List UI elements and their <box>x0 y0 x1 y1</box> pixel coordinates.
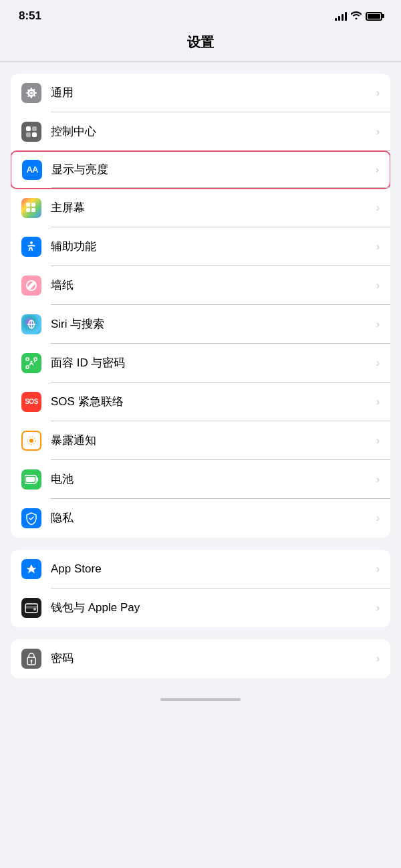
accessibility-chevron: › <box>376 241 380 253</box>
accessibility-label: 辅助功能 <box>51 239 376 254</box>
siri-chevron: › <box>376 318 380 330</box>
privacy-chevron: › <box>376 512 380 524</box>
control-center-chevron: › <box>376 126 380 138</box>
exposure-chevron: › <box>376 435 380 447</box>
sos-icon: SOS <box>21 392 41 412</box>
battery-label: 电池 <box>51 471 376 487</box>
appstore-icon <box>21 559 41 579</box>
battery-chevron: › <box>376 473 380 485</box>
faceid-label: 面容 ID 与密码 <box>51 355 376 370</box>
svg-rect-15 <box>26 366 29 368</box>
settings-section-1: 通用 › 控制中心 › AA 显示与亮度 › <box>11 74 390 538</box>
svg-rect-5 <box>26 203 30 207</box>
home-screen-label: 主屏幕 <box>51 200 376 215</box>
wifi-icon <box>351 11 362 21</box>
sos-label: SOS 紧急联络 <box>51 394 376 409</box>
exposure-label: 暴露通知 <box>51 433 376 448</box>
settings-item-privacy[interactable]: 隐私 › <box>11 499 390 538</box>
svg-rect-3 <box>26 132 31 137</box>
display-chevron: › <box>376 164 379 176</box>
privacy-icon <box>21 508 41 528</box>
settings-section-3: 密码 › <box>11 639 390 678</box>
wallet-label: 钱包与 Apple Pay <box>51 600 376 615</box>
battery-icon <box>366 12 382 21</box>
status-time: 8:51 <box>19 9 41 23</box>
passwords-label: 密码 <box>51 651 376 666</box>
siri-icon <box>21 314 41 334</box>
wallpaper-chevron: › <box>376 280 380 292</box>
svg-rect-21 <box>37 477 39 481</box>
svg-rect-1 <box>26 126 31 131</box>
svg-rect-6 <box>31 203 35 207</box>
status-icons <box>335 11 382 21</box>
settings-item-accessibility[interactable]: 辅助功能 › <box>11 227 390 266</box>
top-separator <box>0 61 401 62</box>
svg-rect-2 <box>32 126 37 131</box>
display-icon: AA <box>22 160 42 180</box>
wallpaper-label: 墙纸 <box>51 278 376 293</box>
settings-item-siri[interactable]: Siri 与搜索 › <box>11 305 390 344</box>
svg-point-18 <box>29 439 33 443</box>
svg-point-0 <box>30 92 33 94</box>
svg-rect-8 <box>31 208 35 212</box>
settings-item-appstore[interactable]: App Store › <box>11 550 390 588</box>
settings-item-exposure[interactable]: 暴露通知 › <box>11 421 390 460</box>
settings-item-passwords[interactable]: 密码 › <box>11 639 390 678</box>
battery-settings-icon <box>21 469 41 490</box>
settings-item-sos[interactable]: SOS SOS 紧急联络 › <box>11 383 390 421</box>
svg-rect-24 <box>25 606 37 609</box>
siri-label: Siri 与搜索 <box>51 316 376 332</box>
wallpaper-icon <box>21 276 41 296</box>
settings-item-control-center[interactable]: 控制中心 › <box>11 112 390 151</box>
faceid-chevron: › <box>376 357 380 369</box>
home-screen-chevron: › <box>376 202 380 214</box>
general-label: 通用 <box>51 85 376 100</box>
svg-rect-13 <box>26 358 29 360</box>
passwords-icon <box>21 649 41 669</box>
settings-item-wallpaper[interactable]: 墙纸 › <box>11 266 390 305</box>
wallet-icon <box>21 598 41 618</box>
settings-item-faceid[interactable]: 面容 ID 与密码 › <box>11 344 390 383</box>
svg-rect-7 <box>26 208 30 212</box>
control-center-label: 控制中心 <box>51 124 376 139</box>
settings-item-general[interactable]: 通用 › <box>11 74 390 112</box>
sos-chevron: › <box>376 396 380 408</box>
svg-rect-14 <box>34 358 37 360</box>
svg-point-9 <box>30 241 33 244</box>
faceid-icon <box>21 353 41 373</box>
home-screen-icon <box>21 198 41 218</box>
passwords-chevron: › <box>376 653 380 665</box>
page-title: 设置 <box>187 35 214 49</box>
settings-item-home-screen[interactable]: 主屏幕 › <box>11 189 390 227</box>
svg-rect-4 <box>32 132 37 137</box>
settings-item-display[interactable]: AA 显示与亮度 › <box>11 150 390 189</box>
privacy-label: 隐私 <box>51 510 376 526</box>
svg-point-16 <box>31 360 33 362</box>
appstore-chevron: › <box>376 563 380 575</box>
settings-item-battery[interactable]: 电池 › <box>11 460 390 499</box>
general-chevron: › <box>376 87 380 99</box>
svg-point-25 <box>33 608 36 611</box>
control-center-icon <box>21 122 41 142</box>
display-label: 显示与亮度 <box>51 162 376 177</box>
settings-section-2: App Store › 钱包与 Apple Pay › <box>11 550 390 627</box>
appstore-label: App Store <box>51 562 376 576</box>
home-bar <box>160 698 241 701</box>
status-bar: 8:51 <box>0 0 401 28</box>
settings-item-wallet[interactable]: 钱包与 Apple Pay › <box>11 588 390 627</box>
page-title-bar: 设置 <box>0 28 401 61</box>
svg-rect-22 <box>26 477 35 482</box>
exposure-icon <box>21 431 41 451</box>
home-indicator <box>0 690 401 705</box>
wallet-chevron: › <box>376 602 380 614</box>
signal-icon <box>335 11 347 21</box>
general-icon <box>21 83 41 103</box>
accessibility-icon <box>21 237 41 257</box>
